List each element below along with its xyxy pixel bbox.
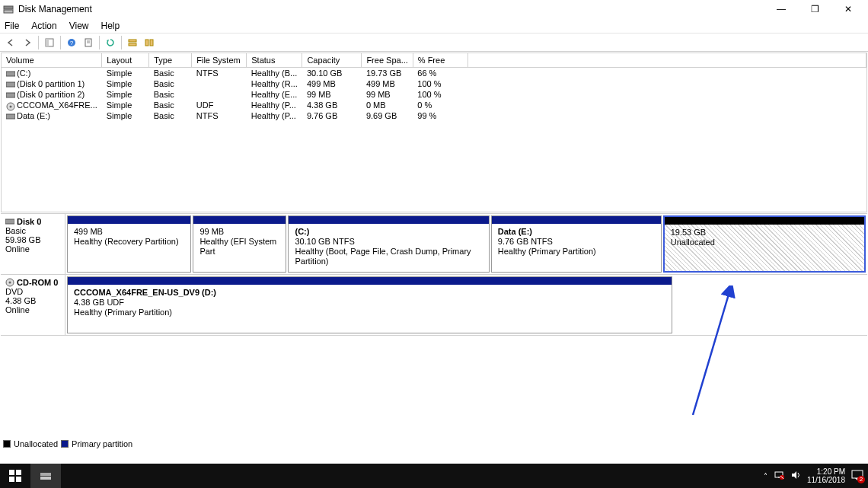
properties-button[interactable]: [81, 35, 96, 50]
disk-row-0: Disk 0 Basic 59.98 GB Online 499 MBHealt…: [1, 214, 867, 275]
partition-box-unallocated[interactable]: 19.53 GBUnallocated: [663, 215, 866, 273]
view-button-1[interactable]: [125, 35, 140, 50]
svg-rect-25: [9, 477, 14, 482]
svg-rect-24: [16, 470, 21, 475]
col-type[interactable]: Type: [149, 53, 192, 67]
svg-rect-14: [6, 82, 15, 87]
col-volume[interactable]: Volume: [2, 53, 102, 67]
volume-icon: [6, 102, 15, 110]
menu-help[interactable]: Help: [101, 21, 120, 31]
legend-swatch-unalloc: [3, 440, 11, 448]
disk-row-cdrom0: CD-ROM 0 DVD 4.38 GB Online CCCOMA_X64FR…: [1, 275, 867, 336]
show-hide-button[interactable]: [42, 35, 57, 50]
taskbar-app-diskmgmt[interactable]: [30, 464, 61, 488]
disk-info-0[interactable]: Disk 0 Basic 59.98 GB Online: [1, 214, 65, 274]
volume-icon: [6, 113, 15, 120]
col-status[interactable]: Status: [247, 53, 302, 67]
maximize-button[interactable]: ❐: [798, 0, 831, 18]
partition-box[interactable]: 499 MBHealthy (Recovery Partition): [67, 215, 191, 273]
col-pctfree[interactable]: % Free: [413, 53, 468, 67]
svg-rect-10: [129, 43, 136, 46]
svg-rect-1: [4, 10, 13, 13]
col-layout[interactable]: Layout: [102, 53, 149, 67]
view-button-2[interactable]: [142, 35, 157, 50]
volume-row[interactable]: Data (E:)SimpleBasicNTFSHealthy (P...9.7…: [2, 110, 866, 121]
svg-rect-18: [6, 114, 15, 119]
svg-rect-28: [40, 477, 51, 480]
refresh-button[interactable]: [103, 35, 118, 50]
window-title: Disk Management: [18, 4, 764, 14]
svg-text:?: ?: [70, 40, 74, 46]
svg-rect-19: [5, 219, 14, 224]
volume-list[interactable]: Volume Layout Type File System Status Ca…: [1, 53, 867, 212]
svg-rect-27: [40, 473, 51, 476]
svg-rect-3: [46, 39, 49, 46]
partition-box[interactable]: (C:)30.10 GB NTFSHealthy (Boot, Page Fil…: [288, 215, 489, 273]
partition-box[interactable]: Data (E:)9.76 GB NTFSHealthy (Primary Pa…: [491, 215, 662, 273]
cdrom-icon: [5, 278, 14, 287]
svg-rect-0: [4, 6, 13, 9]
volume-row[interactable]: (Disk 0 partition 1)SimpleBasicHealthy (…: [2, 78, 866, 89]
volume-icon: [6, 91, 15, 99]
menu-bar: File Action View Help: [0, 18, 868, 33]
forward-button[interactable]: [20, 35, 35, 50]
svg-rect-23: [9, 470, 14, 475]
svg-rect-12: [150, 40, 153, 46]
app-icon: [3, 4, 14, 14]
start-button[interactable]: [0, 464, 30, 488]
svg-point-21: [9, 282, 11, 284]
menu-action[interactable]: Action: [31, 21, 56, 31]
disk-info-cdrom0[interactable]: CD-ROM 0 DVD 4.38 GB Online: [1, 275, 65, 335]
svg-rect-9: [129, 40, 136, 42]
taskbar[interactable]: ˄ 1:20 PM 11/16/2018 2: [0, 464, 868, 488]
volume-icon: [6, 70, 15, 78]
svg-rect-11: [145, 40, 148, 46]
volume-row[interactable]: CCCOMA_X64FRE...SimpleBasicUDFHealthy (P…: [2, 100, 866, 110]
partition-box-cdrom[interactable]: CCCOMA_X64FRE_EN-US_DV9 (D:) 4.38 GB UDF…: [67, 276, 672, 333]
legend: Unallocated Primary partition: [3, 439, 132, 448]
tray-clock[interactable]: 1:20 PM 11/16/2018: [807, 467, 845, 484]
svg-rect-26: [16, 477, 21, 482]
close-button[interactable]: ✕: [831, 0, 865, 18]
col-capacity[interactable]: Capacity: [302, 53, 362, 67]
disk-graphical-view: Disk 0 Basic 59.98 GB Online 499 MBHealt…: [1, 213, 867, 434]
back-button[interactable]: [3, 35, 18, 50]
legend-swatch-primary: [61, 440, 69, 448]
window-titlebar: Disk Management — ❐ ✕: [0, 0, 868, 18]
tray-chevron-up-icon[interactable]: ˄: [764, 472, 767, 480]
partition-box[interactable]: 99 MBHealthy (EFI System Part: [193, 215, 286, 273]
volume-icon: [6, 81, 15, 88]
volume-row[interactable]: (Disk 0 partition 2)SimpleBasicHealthy (…: [2, 89, 866, 100]
svg-point-17: [10, 105, 12, 107]
volume-row[interactable]: (C:)SimpleBasicNTFSHealthy (B...30.10 GB…: [2, 67, 866, 78]
tray-notifications-icon[interactable]: 2: [851, 470, 863, 482]
svg-rect-13: [6, 72, 15, 76]
disk-icon: [5, 218, 14, 225]
svg-rect-15: [6, 93, 15, 97]
col-filesystem[interactable]: File System: [192, 53, 247, 67]
system-tray[interactable]: ˄ 1:20 PM 11/16/2018 2: [759, 467, 868, 484]
menu-view[interactable]: View: [69, 21, 89, 31]
col-freespace[interactable]: Free Spa...: [362, 53, 413, 67]
menu-file[interactable]: File: [5, 21, 19, 31]
minimize-button[interactable]: —: [764, 0, 798, 18]
tray-volume-icon[interactable]: [790, 470, 801, 481]
help-button[interactable]: ?: [64, 35, 79, 50]
tray-network-icon[interactable]: [774, 470, 784, 481]
toolbar: ?: [0, 33, 868, 52]
